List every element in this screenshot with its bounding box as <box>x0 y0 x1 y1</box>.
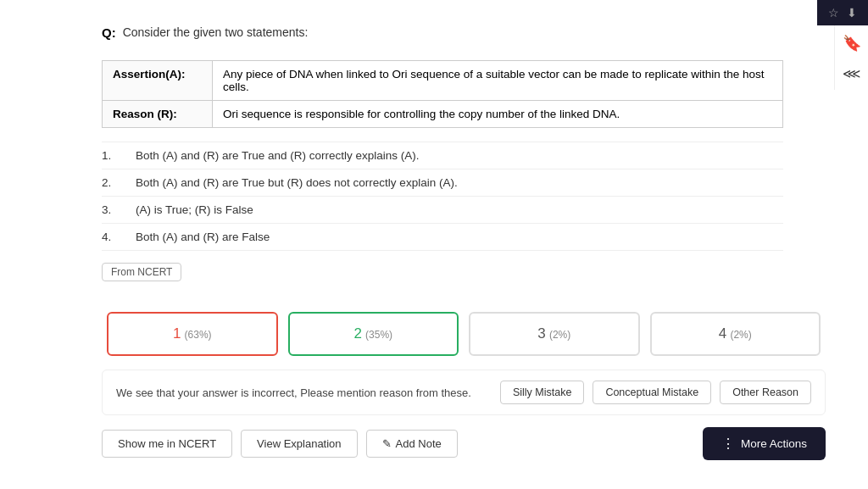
top-bar: ☆ ⬇ <box>817 0 868 25</box>
answer-row: 1 (63%)2 (35%)3 (2%)4 (2%) <box>102 312 826 356</box>
action-btn-view-explanation[interactable]: View Explanation <box>241 430 358 458</box>
incorrect-message: We see that your answer is incorrect, Pl… <box>116 386 471 399</box>
bookmark-icon[interactable]: 🔖 <box>843 34 861 53</box>
star-icon[interactable]: ☆ <box>828 6 839 19</box>
reason-row: Reason (R): Ori sequence is responsible … <box>103 101 783 128</box>
question-label: Q: <box>102 25 116 40</box>
more-actions-button[interactable]: ⋮ More Actions <box>703 427 826 460</box>
answer-num: 4 <box>719 325 726 342</box>
assertion-row: Assertion(A): Any piece of DNA when link… <box>103 61 783 101</box>
answer-percent: (2%) <box>730 329 751 341</box>
option-text: Both (A) and (R) are True but (R) does n… <box>136 176 458 189</box>
question-area: Q: Consider the given two statements: As… <box>0 0 834 312</box>
option-item[interactable]: 3.(A) is True; (R) is False <box>102 197 783 224</box>
answer-percent: (63%) <box>185 329 212 341</box>
bottom-left-actions: Show me in NCERTView Explanation✎Add Not… <box>102 430 458 458</box>
answer-percent: (35%) <box>365 329 392 341</box>
options-list: 1.Both (A) and (R) are True and (R) corr… <box>102 142 783 251</box>
share-icon[interactable]: ⋘ <box>843 66 860 81</box>
option-num: 4. <box>102 231 136 243</box>
assertion-label: Assertion(A): <box>103 61 213 101</box>
bottom-actions: Show me in NCERTView Explanation✎Add Not… <box>102 427 826 469</box>
reason-btn-conceptual-mistake[interactable]: Conceptual Mistake <box>593 381 711 404</box>
more-actions-label: More Actions <box>741 437 807 450</box>
answer-num: 2 <box>353 325 361 342</box>
reason-text: Ori sequence is responsible for controll… <box>213 101 783 128</box>
answer-num: 3 <box>537 325 545 342</box>
action-label: Show me in NCERT <box>118 437 216 450</box>
option-item[interactable]: 1.Both (A) and (R) are True and (R) corr… <box>102 142 783 169</box>
download-icon[interactable]: ⬇ <box>847 6 857 19</box>
action-btn-show-me-in-ncert[interactable]: Show me in NCERT <box>102 430 232 458</box>
option-text: (A) is True; (R) is False <box>136 203 253 216</box>
option-text: Both (A) and (R) are False <box>136 231 270 243</box>
incorrect-row: We see that your answer is incorrect, Pl… <box>102 370 826 415</box>
question-intro: Consider the given two statements: <box>123 25 309 39</box>
option-num: 2. <box>102 176 136 189</box>
option-num: 3. <box>102 203 136 216</box>
answer-option-2[interactable]: 2 (35%) <box>288 312 459 356</box>
reason-btn-silly-mistake[interactable]: Silly Mistake <box>500 381 584 404</box>
action-label: Add Note <box>396 437 442 450</box>
answer-num: 1 <box>173 325 181 342</box>
reason-buttons: Silly MistakeConceptual MistakeOther Rea… <box>500 381 811 404</box>
ncert-badge[interactable]: From NCERT <box>102 263 181 281</box>
action-icon: ✎ <box>382 437 392 450</box>
action-label: View Explanation <box>257 437 342 450</box>
answer-percent: (2%) <box>549 329 570 341</box>
more-actions-icon: ⋮ <box>721 436 736 452</box>
reason-btn-other-reason[interactable]: Other Reason <box>720 381 811 404</box>
answer-option-4[interactable]: 4 (2%) <box>650 312 821 356</box>
action-btn-add-note[interactable]: ✎Add Note <box>366 430 458 458</box>
assertion-text: Any piece of DNA when linked to Ori sequ… <box>213 61 783 101</box>
option-item[interactable]: 2.Both (A) and (R) are True but (R) does… <box>102 169 783 197</box>
option-item[interactable]: 4.Both (A) and (R) are False <box>102 224 783 251</box>
option-text: Both (A) and (R) are True and (R) correc… <box>136 149 420 162</box>
right-sidebar: 🔖 ⋘ <box>834 25 868 90</box>
answer-option-3[interactable]: 3 (2%) <box>469 312 640 356</box>
option-num: 1. <box>102 149 136 162</box>
answer-option-1[interactable]: 1 (63%) <box>107 312 278 356</box>
reason-label: Reason (R): <box>103 101 213 128</box>
assertion-table: Assertion(A): Any piece of DNA when link… <box>102 60 783 128</box>
